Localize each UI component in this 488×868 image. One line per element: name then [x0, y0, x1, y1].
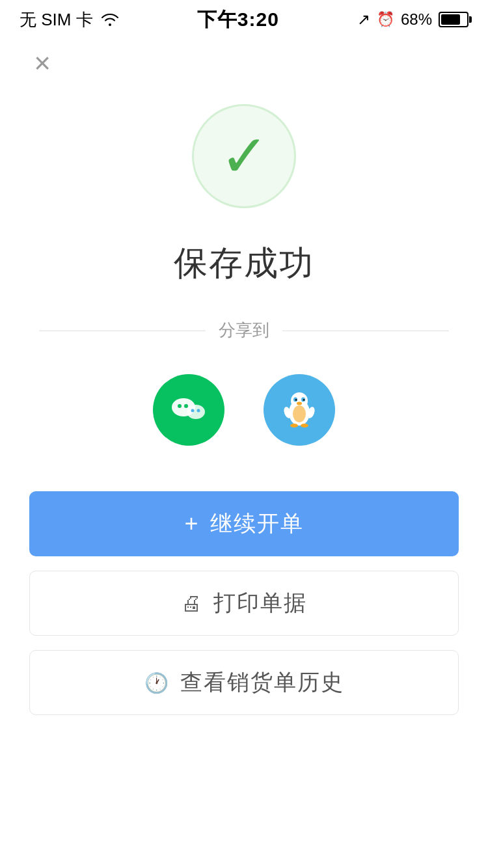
print-button[interactable]: 🖨 打印单据	[29, 571, 459, 636]
svg-point-2	[178, 404, 182, 408]
svg-point-1	[187, 405, 205, 419]
success-circle: ✓	[192, 104, 296, 208]
share-icons	[153, 374, 335, 446]
history-label: 查看销货单历史	[180, 668, 344, 698]
svg-point-11	[303, 399, 305, 401]
wechat-share-button[interactable]	[153, 374, 224, 446]
qq-share-button[interactable]	[264, 374, 335, 446]
svg-point-14	[290, 424, 298, 427]
print-icon: 🖨	[181, 591, 203, 616]
svg-point-3	[184, 404, 188, 408]
print-label: 打印单据	[213, 588, 307, 618]
svg-point-15	[301, 424, 308, 427]
action-buttons: + 继续开单 🖨 打印单据 🕐 查看销货单历史	[29, 491, 459, 715]
close-button[interactable]: ×	[26, 47, 59, 79]
svg-point-13	[293, 405, 306, 422]
main-content: ✓ 保存成功 分享到	[0, 39, 488, 715]
battery-icon	[439, 12, 468, 27]
success-title: 保存成功	[174, 241, 314, 286]
qq-icon	[278, 389, 320, 431]
battery-percent: 68%	[401, 10, 432, 29]
status-left: 无 SIM 卡	[20, 8, 119, 31]
location-icon: ↗	[357, 10, 370, 29]
history-icon: 🕐	[144, 671, 170, 694]
checkmark-icon: ✓	[220, 127, 269, 185]
carrier-text: 无 SIM 卡	[20, 8, 93, 31]
svg-point-12	[297, 402, 302, 405]
share-label: 分享到	[206, 319, 282, 342]
alarm-icon: ⏰	[377, 11, 394, 28]
battery-fill	[441, 14, 460, 25]
status-time: 下午3:20	[197, 7, 279, 33]
svg-point-4	[191, 409, 195, 413]
wechat-icon	[168, 389, 210, 431]
continue-label: 继续开单	[210, 509, 304, 539]
share-section: 分享到	[0, 319, 488, 342]
plus-icon: +	[184, 510, 199, 537]
wifi-icon	[101, 13, 119, 26]
svg-point-10	[295, 399, 297, 401]
history-button[interactable]: 🕐 查看销货单历史	[29, 650, 459, 715]
svg-point-5	[197, 409, 200, 413]
status-right: ↗ ⏰ 68%	[357, 10, 468, 29]
close-icon: ×	[34, 49, 51, 77]
continue-button[interactable]: + 继续开单	[29, 491, 459, 556]
status-bar: 无 SIM 卡 下午3:20 ↗ ⏰ 68%	[0, 0, 488, 39]
